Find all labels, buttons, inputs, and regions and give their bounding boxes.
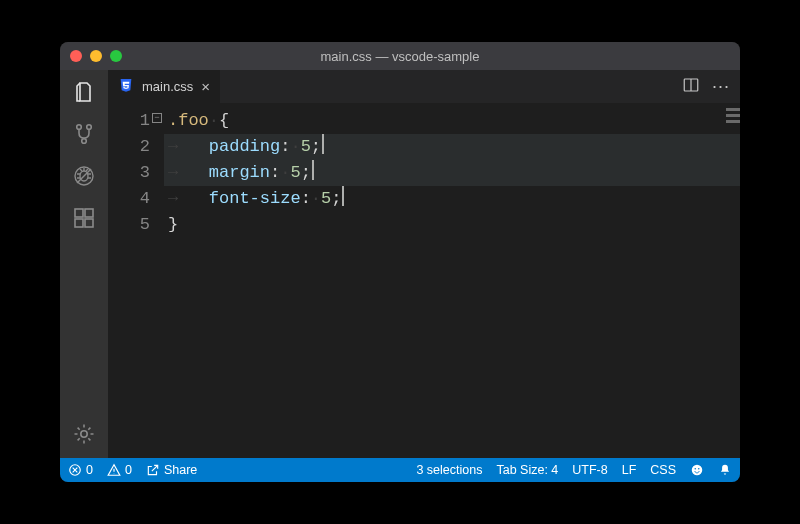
svg-point-0 bbox=[77, 125, 82, 130]
status-eol[interactable]: LF bbox=[622, 463, 637, 477]
line-number: 3 bbox=[108, 160, 150, 186]
overview-mark bbox=[726, 120, 740, 123]
line-number: 1 bbox=[108, 108, 150, 134]
code-line: → font-size:·5; bbox=[164, 186, 740, 212]
code-line: → margin:·5; bbox=[164, 160, 740, 186]
svg-rect-6 bbox=[75, 209, 83, 217]
activity-bar bbox=[60, 70, 108, 458]
svg-point-2 bbox=[82, 139, 87, 144]
svg-rect-9 bbox=[85, 209, 93, 217]
line-number-gutter: 1 2 3 4 5 − bbox=[108, 104, 164, 458]
main-area: main.css × ··· 1 2 3 4 bbox=[60, 70, 740, 458]
split-editor-icon[interactable] bbox=[682, 76, 700, 98]
text-cursor bbox=[312, 160, 314, 180]
code-editor[interactable]: 1 2 3 4 5 − .foo·{ → padding:·5; → margi… bbox=[108, 104, 740, 458]
svg-rect-8 bbox=[85, 219, 93, 227]
line-number: 4 bbox=[108, 186, 150, 212]
status-share[interactable]: Share bbox=[146, 463, 197, 477]
tab-label: main.css bbox=[142, 79, 193, 94]
editor-area: main.css × ··· 1 2 3 4 bbox=[108, 70, 740, 458]
minimize-window-button[interactable] bbox=[90, 50, 102, 62]
warning-count: 0 bbox=[125, 463, 132, 477]
close-tab-button[interactable]: × bbox=[201, 79, 210, 94]
svg-point-14 bbox=[692, 465, 703, 476]
status-language[interactable]: CSS bbox=[650, 463, 676, 477]
extensions-icon[interactable] bbox=[70, 204, 98, 232]
window-controls bbox=[70, 50, 122, 62]
titlebar[interactable]: main.css — vscode-sample bbox=[60, 42, 740, 70]
status-errors[interactable]: 0 bbox=[68, 463, 93, 477]
svg-point-1 bbox=[87, 125, 92, 130]
error-count: 0 bbox=[86, 463, 93, 477]
code-line: → padding:·5; bbox=[164, 134, 740, 160]
css-file-icon bbox=[118, 77, 134, 96]
status-feedback-icon[interactable] bbox=[690, 463, 704, 477]
tab-main-css[interactable]: main.css × bbox=[108, 70, 221, 103]
text-cursor bbox=[322, 134, 324, 154]
svg-point-15 bbox=[694, 468, 696, 470]
svg-point-10 bbox=[81, 431, 87, 437]
editor-tabs: main.css × ··· bbox=[108, 70, 740, 104]
explorer-icon[interactable] bbox=[70, 78, 98, 106]
overview-ruler[interactable] bbox=[726, 108, 740, 126]
status-bell-icon[interactable] bbox=[718, 463, 732, 477]
overview-mark bbox=[726, 108, 740, 111]
line-number: 5 bbox=[108, 212, 150, 238]
overview-mark bbox=[726, 114, 740, 117]
svg-rect-7 bbox=[75, 219, 83, 227]
text-cursor bbox=[342, 186, 344, 206]
code-line: } bbox=[164, 212, 740, 238]
status-encoding[interactable]: UTF-8 bbox=[572, 463, 607, 477]
more-actions-icon[interactable]: ··· bbox=[712, 76, 730, 97]
source-control-icon[interactable] bbox=[70, 120, 98, 148]
status-warnings[interactable]: 0 bbox=[107, 463, 132, 477]
fullscreen-window-button[interactable] bbox=[110, 50, 122, 62]
share-label: Share bbox=[164, 463, 197, 477]
editor-actions: ··· bbox=[682, 70, 740, 103]
status-selections[interactable]: 3 selections bbox=[416, 463, 482, 477]
debug-disabled-icon[interactable] bbox=[70, 162, 98, 190]
settings-gear-icon[interactable] bbox=[70, 420, 98, 448]
status-bar: 0 0 Share 3 selections Tab Size: 4 UTF-8… bbox=[60, 458, 740, 482]
fold-toggle[interactable]: − bbox=[152, 113, 162, 123]
close-window-button[interactable] bbox=[70, 50, 82, 62]
svg-point-16 bbox=[698, 468, 700, 470]
code-content[interactable]: .foo·{ → padding:·5; → margin:·5; → font… bbox=[164, 104, 740, 458]
window-title: main.css — vscode-sample bbox=[60, 49, 740, 64]
app-window: main.css — vscode-sample bbox=[60, 42, 740, 482]
line-number: 2 bbox=[108, 134, 150, 160]
code-line: .foo·{ bbox=[164, 108, 740, 134]
status-tab-size[interactable]: Tab Size: 4 bbox=[496, 463, 558, 477]
